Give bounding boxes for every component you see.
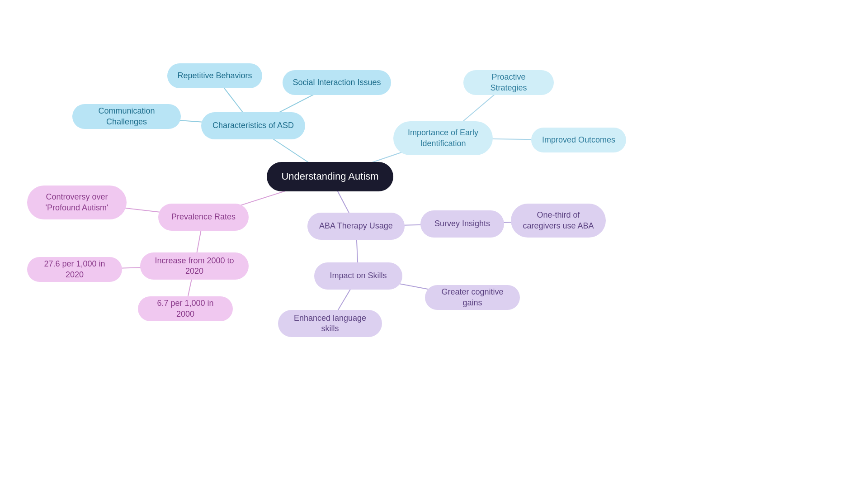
proactive-label: Proactive Strategies [472, 72, 545, 93]
cognitive-label: Greater cognitive gains [434, 287, 511, 308]
node-importance-early: Importance of Early Identification [393, 121, 493, 155]
node-characteristics-asd: Characteristics of ASD [201, 112, 305, 139]
node-per-1000-2020: 27.6 per 1,000 in 2020 [27, 257, 122, 282]
node-social-interaction: Social Interaction Issues [283, 70, 391, 95]
node-per-1000-2000: 6.7 per 1,000 in 2000 [138, 296, 233, 321]
onethird-label: One-third of caregivers use ABA [520, 210, 597, 231]
improved-label: Improved Outcomes [542, 135, 615, 145]
repetitive-label: Repetitive Behaviors [177, 71, 252, 81]
node-proactive-strategies: Proactive Strategies [463, 70, 554, 95]
node-aba-therapy: ABA Therapy Usage [307, 213, 405, 240]
center-node: Understanding Autism [267, 162, 393, 191]
impact-label: Impact on Skills [330, 271, 387, 281]
node-impact-skills: Impact on Skills [314, 262, 402, 290]
center-label: Understanding Autism [281, 170, 378, 183]
node-communication-challenges: Communication Challenges [72, 104, 181, 129]
importance-label: Importance of Early Identification [402, 128, 484, 149]
node-repetitive-behaviors: Repetitive Behaviors [167, 63, 262, 88]
controversy-label: Controversy over 'Profound Autism' [36, 192, 118, 213]
aba-label: ABA Therapy Usage [319, 221, 393, 231]
enhanced-label: Enhanced language skills [287, 313, 373, 334]
prevalence-label: Prevalence Rates [171, 212, 236, 222]
node-increase-2000-2020: Increase from 2000 to 2020 [140, 252, 249, 280]
characteristics-label: Characteristics of ASD [212, 120, 294, 131]
node-improved-outcomes: Improved Outcomes [531, 128, 626, 152]
node-one-third: One-third of caregivers use ABA [511, 204, 606, 238]
increase-label: Increase from 2000 to 2020 [149, 256, 240, 277]
survey-label: Survey Insights [434, 219, 490, 229]
node-greater-cognitive: Greater cognitive gains [425, 285, 520, 310]
node-prevalence-rates: Prevalence Rates [158, 204, 249, 231]
node-controversy-profound: Controversy over 'Profound Autism' [27, 186, 127, 219]
per2000-label: 6.7 per 1,000 in 2000 [147, 298, 224, 319]
per2020-label: 27.6 per 1,000 in 2020 [36, 259, 113, 280]
node-survey-insights: Survey Insights [420, 210, 504, 238]
communication-label: Communication Challenges [81, 106, 172, 127]
node-enhanced-language: Enhanced language skills [278, 310, 382, 337]
social-label: Social Interaction Issues [292, 77, 381, 88]
